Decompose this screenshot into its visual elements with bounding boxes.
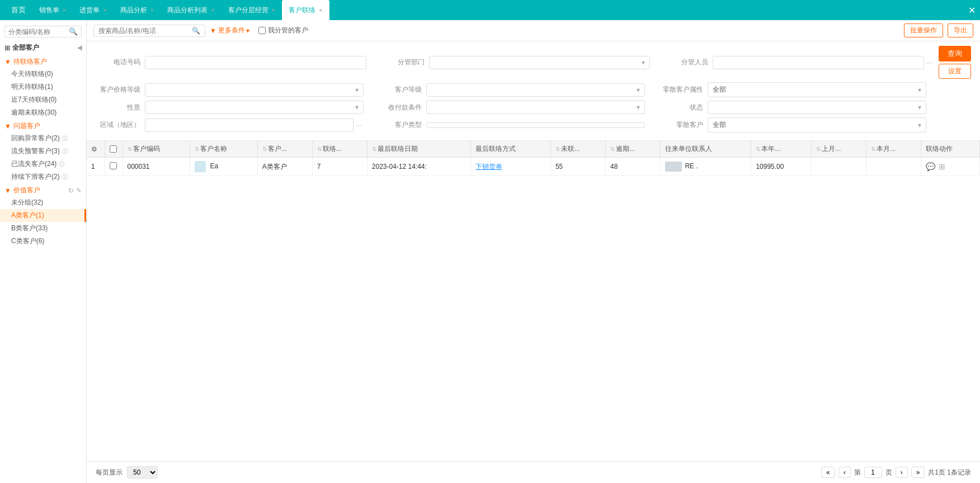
th-this-year-sort-icon: ⇅ xyxy=(756,146,760,152)
nav-tab-customer-contact[interactable]: 客户联络 × xyxy=(282,0,329,20)
td-last-contact-way-link[interactable]: 下销货单 xyxy=(475,163,502,171)
sidebar-value-customers-group[interactable]: ▼ 价值客户 xyxy=(4,186,68,195)
nav-tab-analysis-list-close[interactable]: × xyxy=(211,7,214,13)
th-code-label: 客户编码 xyxy=(133,144,160,154)
info-icon: ⓘ xyxy=(62,135,68,143)
adv-filter-row4: 区域（地区） ··· 客户类型 零散客户 全部 ▾ xyxy=(96,117,971,132)
chat-icon[interactable]: 💬 xyxy=(926,162,935,171)
filter-region-input[interactable] xyxy=(145,119,354,132)
row-checkbox[interactable] xyxy=(110,162,117,169)
nav-tab-analysis[interactable]: 商品分析 × xyxy=(114,0,161,20)
nav-home[interactable]: 首页 xyxy=(4,5,32,15)
nav-tab-sales-label: 销售单 xyxy=(39,6,59,15)
nav-tab-sales-close[interactable]: × xyxy=(63,7,66,13)
sidebar-collapse-icon[interactable]: ◀ xyxy=(77,44,82,51)
table-area: ⚙ ⇅ 客户编码 xyxy=(87,141,980,461)
sidebar-item-churned-label: 已流失客户(24) xyxy=(11,159,56,169)
sidebar-item-unclassified[interactable]: 未分组(32) xyxy=(0,196,86,209)
filter-region-label: 区域（地区） xyxy=(96,120,140,130)
th-last-contact-date[interactable]: ⇅ 最后联络日期 xyxy=(367,141,470,158)
th-overdue[interactable]: ⇅ 逾期... xyxy=(605,141,660,158)
sidebar-item-7days[interactable]: 近7天待联络(0) xyxy=(0,93,86,106)
th-uncontacted-label: 未联... xyxy=(561,144,580,154)
td-checkbox[interactable] xyxy=(105,158,123,176)
settings-gear-icon[interactable]: ⚙ xyxy=(91,145,97,153)
sidebar-item-churned[interactable]: 已流失客户(24) ⓘ xyxy=(0,158,86,171)
filter-customer-grade-select[interactable]: ▾ xyxy=(426,83,645,97)
detail-icon[interactable]: ⊞ xyxy=(939,162,945,171)
th-code[interactable]: ⇅ 客户编码 xyxy=(123,141,190,158)
last-page-button[interactable]: » xyxy=(911,467,925,478)
sidebar-search-box[interactable]: 🔍 xyxy=(4,26,82,37)
filter-payment-select[interactable]: ▾ xyxy=(426,101,645,114)
close-all-icon[interactable]: ✕ xyxy=(968,5,976,16)
filter-nature-select[interactable]: ▾ xyxy=(145,101,364,114)
sidebar-item-7days-label: 近7天待联络(0) xyxy=(11,96,56,103)
nav-tab-customer-tier-close[interactable]: × xyxy=(272,7,275,13)
filter-person-input[interactable] xyxy=(713,56,924,69)
filter-phone-input[interactable] xyxy=(145,56,366,69)
batch-ops-button[interactable]: 批量操作 xyxy=(904,23,943,37)
filter-person-dots[interactable]: ··· xyxy=(924,59,934,67)
th-contacts-person[interactable]: 往来单位联系人 xyxy=(661,141,751,158)
sidebar-item-repurchase-abnormal[interactable]: 回购异常客户(2) ⓘ xyxy=(0,132,86,145)
nav-tab-purchase-close[interactable]: × xyxy=(103,7,106,13)
filter-customer-type-select[interactable] xyxy=(426,122,645,128)
refresh-icon[interactable]: ↻ xyxy=(68,187,74,195)
sidebar-item-class-a[interactable]: A类客户(1) xyxy=(0,209,86,222)
nav-tab-analysis-list[interactable]: 商品分析列表 × xyxy=(161,0,221,20)
filter-price-grade-select[interactable]: ▾ xyxy=(145,83,364,97)
page-number-input[interactable] xyxy=(864,467,882,478)
filter-search-box[interactable]: 🔍 xyxy=(93,25,205,37)
sidebar-all-customers[interactable]: ⊞ 全部客户 ◀ xyxy=(0,41,86,55)
th-last-contact-way[interactable]: 最后联络方式 xyxy=(470,141,550,158)
sidebar-item-declining[interactable]: 持续下滑客户(2) ⓘ xyxy=(0,171,86,183)
nav-tab-customer-tier[interactable]: 客户分层经营 × xyxy=(222,0,282,20)
nav-tab-customer-contact-close[interactable]: × xyxy=(319,7,322,13)
th-contact-count[interactable]: ⇅ 联络... xyxy=(312,141,367,158)
info-icon3: ⓘ xyxy=(59,160,64,168)
filter-more-btn[interactable]: ▼ 更多条件 ▾ xyxy=(210,26,249,35)
filter-retail-customer-select[interactable]: 全部 ▾ xyxy=(708,117,926,132)
sidebar-item-class-b[interactable]: B类客户(33) xyxy=(0,222,86,235)
first-page-button[interactable]: « xyxy=(821,467,835,478)
td-actions: 💬 ⊞ xyxy=(921,158,980,176)
nav-tab-purchase[interactable]: 进货单 × xyxy=(73,0,113,20)
filter-region-dots[interactable]: ··· xyxy=(354,121,364,129)
nav-tab-sales[interactable]: 销售单 × xyxy=(32,0,73,20)
edit-icon[interactable]: ✎ xyxy=(76,187,82,195)
sidebar-item-overdue[interactable]: 逾期未联络(30) xyxy=(0,106,86,119)
th-this-year[interactable]: ⇅ 本年... xyxy=(751,141,812,158)
my-customers-checkbox[interactable] xyxy=(258,27,266,34)
prev-page-button[interactable]: ‹ xyxy=(838,467,851,478)
filter-retail-attr-label: 零散客户属性 xyxy=(658,85,703,94)
filter-retail-attr-select[interactable]: 全部 ▾ xyxy=(708,82,926,97)
sidebar-item-class-c[interactable]: C类客户(6) xyxy=(0,235,86,248)
th-customer-type[interactable]: ⇅ 客户... xyxy=(257,141,312,158)
th-this-month[interactable]: ⇅ 本月... xyxy=(866,141,921,158)
settings-button[interactable]: 设置 xyxy=(939,64,971,79)
sidebar-item-tomorrow[interactable]: 明天待联络(1) xyxy=(0,80,86,93)
sidebar-item-today[interactable]: 今天待联络(0) xyxy=(0,68,86,80)
filter-status-select[interactable]: ▾ xyxy=(708,101,926,114)
th-last-month[interactable]: ⇅ 上月... xyxy=(812,141,866,158)
select-all-checkbox[interactable] xyxy=(110,145,117,153)
sidebar-item-churn-warning[interactable]: 流失预警客户(3) ⓘ xyxy=(0,145,86,158)
filter-more-label: 更多条件 xyxy=(218,26,245,35)
per-page-select[interactable]: 50 100 200 xyxy=(127,466,158,479)
filter-search-input[interactable] xyxy=(98,27,192,35)
sidebar-problem-customers-group[interactable]: ▼ 问题客户 xyxy=(0,119,86,132)
nav-tab-analysis-close[interactable]: × xyxy=(150,7,154,13)
my-customers-checkbox-label[interactable]: 我分管的客户 xyxy=(258,26,308,35)
th-name[interactable]: ⇅ 客户名称 xyxy=(190,141,258,158)
th-uncontacted[interactable]: ⇅ 未联... xyxy=(550,141,605,158)
export-button[interactable]: 导出 xyxy=(948,23,973,37)
th-contact-label: 联络... xyxy=(323,144,342,154)
next-page-button[interactable]: › xyxy=(896,467,908,478)
sidebar-search-input[interactable] xyxy=(8,28,69,36)
query-button[interactable]: 查询 xyxy=(939,46,971,61)
adv-filter: 电话号码 分管部门 ▾ 分管人员 ··· xyxy=(87,41,980,141)
sidebar-pending-contact-group[interactable]: ▼ 待联络客户 xyxy=(0,55,86,68)
td-last-contact-way[interactable]: 下销货单 xyxy=(470,158,550,176)
filter-dept-select[interactable]: ▾ xyxy=(429,56,651,69)
